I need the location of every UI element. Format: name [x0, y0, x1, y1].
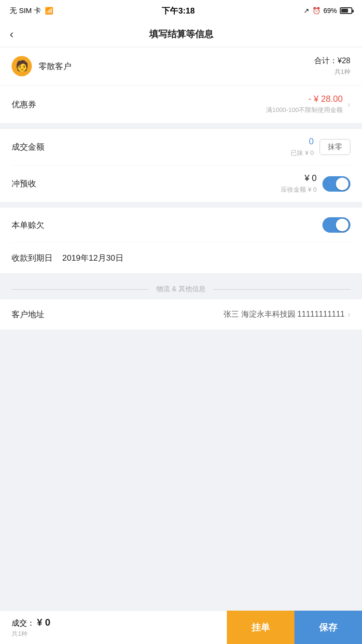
transaction-value-col: 0 已抹 ¥ 0: [291, 137, 314, 157]
debt-toggle[interactable]: [322, 217, 350, 233]
customer-summary: 合计：¥28 共1种: [314, 56, 350, 76]
customer-count: 共1种: [314, 68, 350, 76]
hang-order-button[interactable]: 挂单: [227, 611, 294, 644]
customer-section: 🧑 零散客户 合计：¥28 共1种 优惠券 - ¥ 28.00 满1000-10…: [0, 47, 362, 123]
back-button[interactable]: ‹: [10, 28, 14, 41]
address-chevron-icon: ›: [348, 309, 350, 320]
status-right: ↗ ⏰ 69%: [304, 7, 352, 14]
coupon-row[interactable]: 优惠券 - ¥ 28.00 满1000-100不限制使用金额 ›: [0, 85, 362, 123]
status-bar: 无 SIM 卡 📶 下午3:18 ↗ ⏰ 69%: [0, 0, 362, 21]
separator-line-right: [213, 289, 350, 290]
bottom-summary: 成交： ¥ 0 共1种: [0, 617, 227, 638]
advance-charge-right: ¥ 0 应收金额 ¥ 0: [281, 173, 350, 194]
coupon-right: - ¥ 28.00 满1000-100不限制使用金额 ›: [266, 94, 350, 114]
coupon-chevron-icon: ›: [348, 99, 350, 110]
battery-percent: 69%: [323, 7, 337, 14]
debt-label: 本单赊欠: [12, 220, 44, 231]
battery-icon: [340, 7, 352, 14]
customer-total: 合计：¥28: [314, 56, 350, 66]
customer-avatar: 🧑: [12, 56, 32, 76]
status-left: 无 SIM 卡 📶: [10, 6, 53, 15]
advance-charge-label: 冲预收: [12, 178, 36, 189]
coupon-amount: - ¥ 28.00: [266, 94, 343, 104]
address-label: 客户地址: [12, 309, 44, 320]
transaction-section: 成交金额 0 已抹 ¥ 0 抹零 冲预收 ¥ 0 应收金额 ¥ 0: [0, 129, 362, 202]
bottom-summary-line: 成交： ¥ 0: [12, 617, 215, 629]
due-date-row: 收款到期日 2019年12月30日: [12, 243, 350, 273]
advance-charge-sub: 应收金额 ¥ 0: [281, 185, 317, 194]
sim-label: 无 SIM 卡: [10, 6, 41, 15]
debt-section: 本单赊欠 收款到期日 2019年12月30日: [0, 208, 362, 273]
advance-charge-row: 冲预收 ¥ 0 应收金额 ¥ 0: [12, 166, 350, 202]
debt-row: 本单赊欠: [12, 208, 350, 243]
bottom-bar: 成交： ¥ 0 共1种 挂单 保存: [0, 610, 362, 644]
address-right: 张三 海淀永丰科技园 11111111111 ›: [223, 309, 350, 320]
advance-charge-toggle[interactable]: [322, 176, 350, 192]
toggle-knob: [336, 178, 348, 190]
bottom-count: 共1种: [12, 630, 215, 638]
coupon-label: 优惠券: [12, 99, 36, 110]
avatar-icon: 🧑: [15, 60, 28, 72]
transaction-sub: 已抹 ¥ 0: [291, 149, 314, 157]
wifi-icon: 📶: [45, 7, 53, 14]
customer-info: 🧑 零散客户: [12, 56, 71, 76]
alarm-icon: ⏰: [312, 7, 320, 14]
address-value: 张三 海淀永丰科技园 11111111111: [223, 309, 345, 320]
bottom-summary-amount: ¥ 0: [37, 617, 50, 628]
advance-charge-value-col: ¥ 0 应收金额 ¥ 0: [281, 173, 317, 194]
round-zero-button[interactable]: 抹零: [320, 139, 350, 155]
separator-section: 物流 & 其他信息: [0, 279, 362, 299]
coupon-desc: 满1000-100不限制使用金额: [266, 106, 343, 114]
due-date-value: 2019年12月30日: [62, 252, 124, 264]
customer-row: 🧑 零散客户 合计：¥28 共1种: [0, 47, 362, 85]
transaction-label: 成交金额: [12, 141, 44, 153]
due-date-label: 收款到期日: [12, 252, 53, 264]
status-time: 下午3:18: [162, 5, 195, 16]
separator-line-left: [12, 289, 149, 290]
save-button[interactable]: 保存: [294, 611, 362, 644]
bottom-summary-prefix: 成交：: [12, 619, 35, 627]
transaction-amount-row: 成交金额 0 已抹 ¥ 0 抹零: [12, 129, 350, 166]
coupon-value-col: - ¥ 28.00 满1000-100不限制使用金额: [266, 94, 343, 114]
location-icon: ↗: [304, 7, 309, 14]
transaction-value: 0: [291, 137, 314, 147]
address-section: 客户地址 张三 海淀永丰科技园 11111111111 ›: [0, 299, 362, 330]
separator-label: 物流 & 其他信息: [149, 285, 213, 294]
debt-toggle-knob: [336, 219, 348, 231]
customer-name: 零散客户: [39, 61, 71, 72]
address-row[interactable]: 客户地址 张三 海淀永丰科技园 11111111111 ›: [0, 299, 362, 330]
transaction-right: 0 已抹 ¥ 0 抹零: [291, 137, 350, 157]
nav-bar: ‹ 填写结算等信息: [0, 21, 362, 47]
advance-charge-main: ¥ 0: [281, 173, 317, 183]
page-title: 填写结算等信息: [149, 28, 213, 41]
